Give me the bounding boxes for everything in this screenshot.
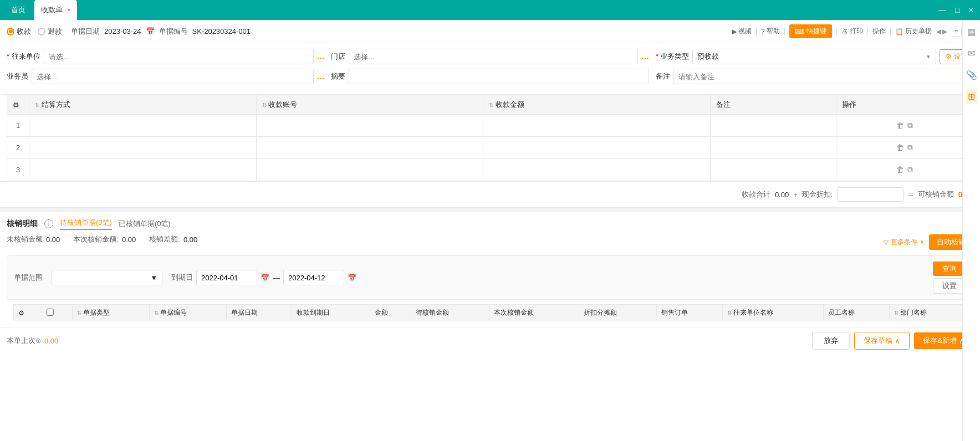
bottom-table-section: ⚙ ⇅ 单据类型 ⇅ 单据编号 单据日期 xyxy=(7,304,973,321)
row-2-settlement[interactable] xyxy=(29,137,257,159)
print-btn[interactable]: 🖨 打印 xyxy=(841,27,863,36)
filter-setting-btn[interactable]: 设置 xyxy=(933,278,966,294)
counterparty-input[interactable] xyxy=(44,49,314,64)
date-from-calendar-icon[interactable]: 📅 xyxy=(261,274,269,282)
filter-range-select[interactable]: ▼ xyxy=(52,270,162,285)
history-btn[interactable]: 📋 历史单据 xyxy=(895,27,932,36)
history-icon: 📋 xyxy=(895,28,904,35)
select-all-checkbox[interactable] xyxy=(47,309,54,316)
close-tab-icon[interactable]: × xyxy=(67,7,70,13)
abandon-btn[interactable]: 放弃 xyxy=(812,332,850,350)
shop-input[interactable] xyxy=(349,49,638,64)
biz-type-value: 预收款 xyxy=(697,52,719,61)
next-arrow[interactable]: ▶ xyxy=(942,28,947,35)
result-label: 可核销金额 xyxy=(918,189,954,199)
bottom-table: ⚙ ⇅ 单据类型 ⇅ 单据编号 单据日期 xyxy=(13,304,967,321)
row-2-account[interactable] xyxy=(256,137,483,159)
counterparty-more-btn[interactable]: ... xyxy=(317,52,324,61)
recon-info-icon[interactable]: i xyxy=(44,219,53,228)
date-to-calendar-icon[interactable]: 📅 xyxy=(348,274,356,282)
query-btn[interactable]: 查询 xyxy=(933,261,966,276)
filter-icon: ▽ xyxy=(884,238,889,246)
row-2-remark[interactable] xyxy=(710,137,836,159)
footer-bar: 本单上次⊙ 0.00 放弃 保存草稿 ∧ 保存&新增 ∧ xyxy=(0,327,980,354)
row-1-delete-btn[interactable]: 🗑 xyxy=(896,121,904,130)
salesman-input[interactable] xyxy=(32,69,314,84)
win-max-btn[interactable]: □ xyxy=(953,6,962,14)
date-range-dash: — xyxy=(273,274,280,282)
sort-account[interactable]: ⇅ xyxy=(262,102,267,108)
sort-settlement[interactable]: ⇅ xyxy=(35,102,39,108)
doc-date-calendar-icon[interactable]: 📅 xyxy=(146,27,155,35)
row-1-amount[interactable] xyxy=(483,115,711,137)
counterparty-field: 往来单位 ... xyxy=(7,49,324,64)
recon-stats: 未核销金额 0.00 本次核销金额: 0.00 核销差额: 0.00 xyxy=(7,234,197,244)
sidebar-attachment-icon[interactable]: 📎 xyxy=(964,68,979,83)
print-icon: 🖨 xyxy=(841,28,848,35)
sort-amount[interactable]: ⇅ xyxy=(489,102,493,108)
help-btn[interactable]: ? 帮助 xyxy=(761,27,780,36)
row-3-remark[interactable] xyxy=(710,159,836,181)
receipt-table: ⚙ ⇅ 结算方式 ⇅ 收款账号 ⇅ 收款金额 备注 xyxy=(7,95,973,181)
plus-sign: + xyxy=(793,191,798,199)
th-account: ⇅ 收款账号 xyxy=(256,95,483,115)
home-label: 首页 xyxy=(11,5,25,15)
list-view-icon[interactable]: ≡ xyxy=(952,27,962,37)
row-1-settlement[interactable] xyxy=(29,115,257,137)
row-3-settlement[interactable] xyxy=(29,159,257,181)
shortcut-btn[interactable]: ⌨ 快捷键 xyxy=(789,24,832,38)
biz-type-arrow: ▼ xyxy=(926,54,931,60)
more-conditions-btn[interactable]: ▽ 更多条件 ∧ xyxy=(884,238,925,247)
divider-3 xyxy=(836,28,837,35)
discount-input[interactable] xyxy=(837,187,904,202)
row-2-actions: 🗑 ⧉ xyxy=(836,137,973,159)
date-range-group: 到期日 📅 — 📅 xyxy=(171,270,356,285)
row-2-amount[interactable] xyxy=(483,137,711,159)
nav-tab-home[interactable]: 首页 xyxy=(4,0,32,20)
remark-field: 备注 xyxy=(656,69,973,84)
th-gear[interactable]: ⚙ xyxy=(7,95,29,115)
radio-refund[interactable]: 退款 xyxy=(38,27,62,37)
diff-label: 核销差额: xyxy=(149,234,180,244)
total-label: 收款合计 xyxy=(742,189,770,199)
row-3-account[interactable] xyxy=(256,159,483,181)
row-2-delete-btn[interactable]: 🗑 xyxy=(896,143,904,152)
sidebar-table-icon[interactable]: ▦ xyxy=(965,24,978,39)
biz-type-select[interactable]: 预收款 ▼ xyxy=(692,49,936,64)
doc-date-value: 2023-03-24 xyxy=(104,27,141,35)
shop-more-btn[interactable]: ... xyxy=(641,52,649,61)
summary-bar: 收款合计 0.00 + 现金折扣: = 可核销金额 0.00 xyxy=(0,182,980,208)
prev-arrow[interactable]: ◀ xyxy=(936,28,941,35)
row-3-delete-btn[interactable]: 🗑 xyxy=(896,165,904,175)
radio-receipt[interactable]: 收款 xyxy=(7,27,31,37)
row-3-amount[interactable] xyxy=(483,159,711,181)
bth-amount: 金额 xyxy=(370,305,411,321)
bth-discount: 折扣分摊额 xyxy=(579,305,656,321)
sidebar-camera-icon[interactable]: ⊞ xyxy=(966,89,977,104)
doc-num-value: SK-20230324-001 xyxy=(192,27,251,35)
filter-range-arrow: ▼ xyxy=(150,274,157,282)
pending-tab[interactable]: 待核销单据(0笔) xyxy=(60,218,112,230)
save-draft-btn[interactable]: 保存草稿 ∧ xyxy=(854,332,910,350)
row-3-copy-btn[interactable]: ⧉ xyxy=(907,165,913,175)
row-1-copy-btn[interactable]: ⧉ xyxy=(907,121,913,130)
bth-checkbox[interactable] xyxy=(42,305,73,321)
row-1-account[interactable] xyxy=(256,115,483,137)
sidebar-email-icon[interactable]: ✉ xyxy=(966,46,977,61)
completed-tab[interactable]: 已核销单据(0笔) xyxy=(119,219,171,229)
row-2-copy-btn[interactable]: ⧉ xyxy=(907,143,913,152)
remark-label: 备注 xyxy=(656,71,670,81)
summary-input[interactable] xyxy=(349,69,649,84)
nav-tab-receipt[interactable]: 收款单 × xyxy=(34,0,77,20)
win-min-btn[interactable]: — xyxy=(936,6,948,14)
win-close-btn[interactable]: × xyxy=(967,6,976,14)
video-btn[interactable]: ▶ 视频 xyxy=(732,27,752,36)
date-to-input[interactable] xyxy=(283,270,344,285)
operation-btn[interactable]: 操作 xyxy=(872,27,886,36)
remark-input[interactable] xyxy=(673,69,973,84)
this-doc-label: 本单上次⊙ xyxy=(7,336,41,346)
salesman-more-btn[interactable]: ... xyxy=(317,71,324,81)
row-1-remark[interactable] xyxy=(710,115,836,137)
date-from-input[interactable] xyxy=(196,270,257,285)
bth-gear[interactable]: ⚙ xyxy=(14,305,42,321)
